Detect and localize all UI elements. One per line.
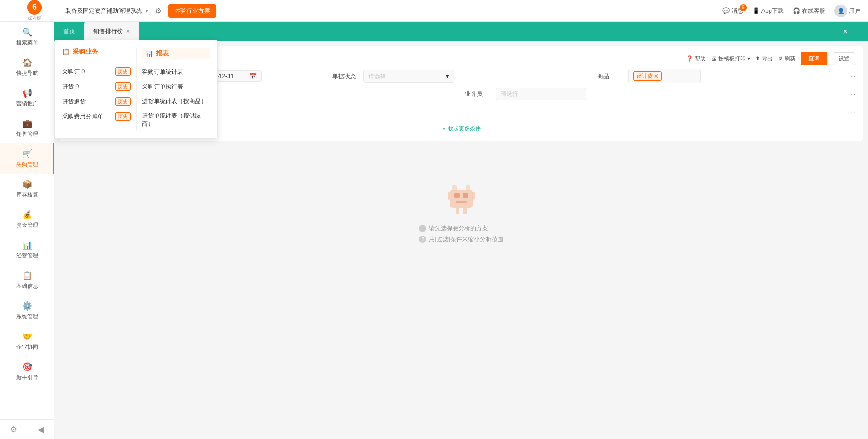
tab-close-all-icon[interactable]: ✕ [840,25,850,38]
doc-status-select[interactable]: 请选择 ▾ [363,70,454,83]
purchase-expense-item[interactable]: 采购费用分摊单 历史 [62,109,131,124]
help-btn[interactable]: ❓ 帮助 [686,55,706,63]
sidebar-item-search[interactable]: 🔍 搜索菜单 [0,22,54,52]
enterprise-icon: 🤝 [22,331,32,341]
collapse-label: 收起更多条件 [448,125,481,132]
sidebar-item-label: 企业协同 [16,343,38,351]
phone-icon: 📱 [752,7,760,14]
sidebar-item-enterprise[interactable]: 🤝 企业协同 [0,326,54,356]
purchase-order-exec-label: 采购订单执行表 [142,83,183,91]
sidebar-collapse-btn[interactable]: ◀ [38,424,44,434]
salesperson-label: 业务员 [465,90,492,98]
inbound-stats-by-goods-item[interactable]: 进货单统计表（按商品） [142,94,210,109]
purchase-order-stats-item[interactable]: 采购订单统计表 [142,65,210,79]
settings-btn[interactable]: 设置 [833,52,855,65]
report-section-title: 📊 报表 [142,48,210,59]
sidebar-item-label: 搜索菜单 [16,39,38,47]
purchase-icon: 🛒 [22,149,32,159]
tab-close-icon[interactable]: ✕ [126,28,130,35]
inbound-order-history-tag[interactable]: 历史 [115,82,131,91]
sidebar-item-label: 采购管理 [16,161,38,168]
sidebar: 🔍 搜索菜单 🏠 快捷导航 📢 营销推广 💼 销售管理 🛒 采购管理 📦 库存核… [0,22,54,439]
purchase-expense-history-tag[interactable]: 历史 [115,112,131,121]
print-icon: 🖨 [711,55,717,62]
doc-status-value: 请选择 [368,72,386,80]
user-btn[interactable]: 👤 用户 [834,5,861,17]
sidebar-item-system[interactable]: ⚙️ 系统管理 [0,296,54,326]
chevron-down-icon: ▾ [446,73,449,79]
purchase-order-exec-item[interactable]: 采购订单执行表 [142,79,210,94]
inbound-stats-by-supplier-label: 进货单统计表（按供应商） [142,112,210,128]
tab-sales-rank[interactable]: 销售排行榜 ✕ [84,22,139,41]
sidebar-item-sales[interactable]: 💼 销售管理 [0,113,54,143]
system-gear-btn[interactable]: ⚙ [152,5,165,17]
sidebar-item-quick-nav[interactable]: 🏠 快捷导航 [0,52,54,83]
avatar: 👤 [834,5,847,17]
purchase-order-label: 采购订单 [62,68,86,76]
app-download-btn[interactable]: 📱 App下载 [752,7,784,15]
industry-btn[interactable]: 体验行业方案 [168,4,216,18]
hint-num-2: 2 [419,236,426,243]
sidebar-item-finance[interactable]: 💰 资金管理 [0,204,54,235]
return-goods-label: 进货退货 [62,98,86,106]
hint-num-1: 1 [419,225,426,232]
purchase-dropdown-menu: 📋 采购业务 采购订单 历史 进货单 历史 进货退货 历史 采购费用分摊单 历史… [54,40,218,139]
salesperson-value: 请选择 [501,90,518,98]
print-label: 按模板打印 [718,55,746,63]
salesperson-more-btn[interactable]: ··· [850,91,855,98]
system-icon: ⚙️ [22,301,32,311]
empty-hint-2: 2 用[过滤]条件来缩小分析范围 [419,235,503,243]
export-icon: ⬆ [756,55,760,62]
notification-btn[interactable]: 💬 消息 9 [722,7,743,15]
online-service-label: 在线客服 [802,7,825,15]
empty-hints: 1 请先选择要分析的方案 2 用[过滤]条件来缩小分析范围 [419,224,503,243]
salesperson-select[interactable]: 请选择 [496,88,586,100]
user-label: 用户 [849,7,861,15]
goods-tag-remove[interactable]: ✕ [654,73,658,79]
inbound-stats-by-supplier-item[interactable]: 进货单统计表（按供应商） [142,109,210,131]
tab-sales-rank-label: 销售排行榜 [93,27,123,35]
sidebar-item-inventory[interactable]: 📦 库存核算 [0,174,54,204]
return-goods-item[interactable]: 进货退货 历史 [62,94,131,109]
sidebar-item-marketing[interactable]: 📢 营销推广 [0,83,54,113]
inbound-order-item[interactable]: 进货单 历史 [62,79,131,94]
purchase-order-history-tag[interactable]: 历史 [115,67,131,76]
customer-more-btn[interactable]: ··· [850,108,855,115]
system-dropdown-arrow[interactable]: ▾ [146,8,148,14]
headset-icon: 🎧 [793,7,800,14]
section-divider [136,48,137,131]
online-service-btn[interactable]: 🎧 在线客服 [793,7,825,15]
goods-select[interactable]: 设计费 ✕ [628,69,701,83]
guide-icon: 🎯 [22,362,32,372]
sidebar-settings-btn[interactable]: ⚙ [10,424,17,434]
refresh-label: 刷新 [785,55,795,63]
hint-text-1: 请先选择要分析的方案 [429,224,488,232]
print-btn[interactable]: 🖨 按模板打印 ▾ [711,55,750,63]
return-goods-history-tag[interactable]: 历史 [115,97,131,106]
sidebar-item-operations[interactable]: 📊 经营管理 [0,235,54,265]
sidebar-item-guide[interactable]: 🎯 新手引导 [0,356,54,387]
purchase-business-section: 📋 采购业务 采购订单 历史 进货单 历史 进货退货 历史 采购费用分摊单 历史 [62,48,131,131]
tab-expand-icon[interactable]: ⛶ [852,25,863,37]
purchase-order-stats-label: 采购订单统计表 [142,68,183,76]
report-section: 📊 报表 采购订单统计表 采购订单执行表 进货单统计表（按商品） 进货单统计表（… [142,48,210,131]
refresh-btn[interactable]: ↺ 刷新 [778,55,795,63]
logo-text: 标准版 [28,15,41,22]
tab-home[interactable]: 首页 [54,22,84,41]
sidebar-item-label: 系统管理 [16,313,38,321]
app-download-label: App下载 [761,7,784,15]
report-section-label: 报表 [156,49,169,58]
tab-home-label: 首页 [63,27,75,35]
logo-area: 6 标准版 [7,0,62,22]
svg-rect-4 [448,192,450,200]
sidebar-item-label: 基础信息 [16,282,38,290]
inventory-icon: 📦 [22,179,32,189]
sidebar-item-basic-info[interactable]: 📋 基础信息 [0,265,54,296]
export-label: 导出 [762,55,773,63]
goods-more-btn[interactable]: ··· [850,73,855,79]
query-btn[interactable]: 查询 [801,52,827,65]
help-icon: ❓ [686,55,693,62]
sidebar-item-purchase[interactable]: 🛒 采购管理 [0,143,54,174]
purchase-order-item[interactable]: 采购订单 历史 [62,64,131,79]
export-btn[interactable]: ⬆ 导出 [756,55,773,63]
